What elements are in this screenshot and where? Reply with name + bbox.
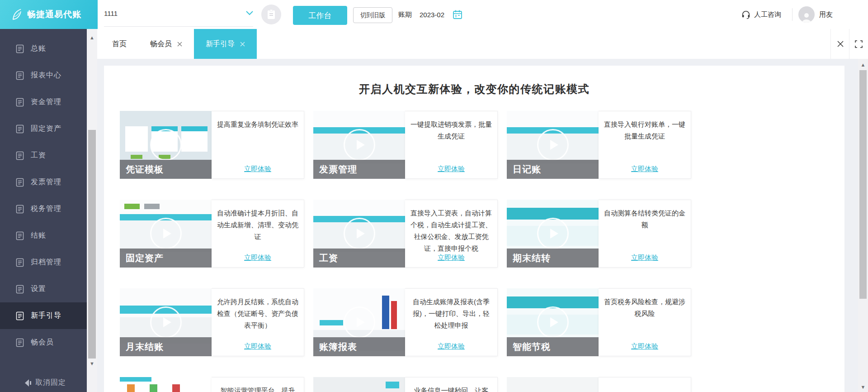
sidebar-item-label: 工资 [31,151,46,160]
play-triangle-icon [550,229,558,239]
scroll-down-arrow-icon[interactable]: ▼ [87,360,97,367]
feature-card: 智能节税 首页税务风险检查，规避涉税风险 立即体验 [507,288,691,356]
sidebar-item-invoice-management[interactable]: 发票管理 [0,169,87,196]
feature-card-body: 一键提取进销项发票，批量生成凭证 立即体验 [405,111,498,179]
play-button-icon[interactable] [537,218,569,249]
member-icon [15,338,24,347]
app-window: 畅捷通易代账 1111 工作台 切到旧版 账期 2023-02 [0,0,868,392]
feature-card-description: 智能运营管理平台，提升 [216,385,299,392]
main-scrollbar-thumb[interactable] [859,70,867,299]
close-pane-button[interactable] [830,29,849,59]
sidebar-item-label: 发票管理 [31,177,61,187]
brand-logo: 畅捷通易代账 [0,0,98,29]
avatar-icon [798,6,815,23]
sidebar-item-label: 归档管理 [31,258,61,267]
play-button-icon[interactable] [344,218,375,249]
fullscreen-button[interactable] [849,29,868,59]
play-button-icon[interactable] [344,306,375,338]
account-set-select[interactable]: 1111 [104,0,253,27]
video-thumbnail[interactable] [120,377,212,392]
sidebar-item-label: 畅会员 [31,338,54,347]
tab-label: 畅会员 [150,39,172,49]
unpin-sidebar-button[interactable]: 取消固定 [25,378,66,387]
play-button-icon[interactable] [150,306,182,338]
try-now-link[interactable]: 立即体验 [405,165,497,173]
play-triangle-icon [550,140,558,150]
feature-card-description: 提高重复业务填制凭证效率 [216,119,299,130]
play-button-icon[interactable] [537,306,569,338]
try-now-link[interactable]: 立即体验 [599,342,691,351]
sidebar-item-tax-management[interactable]: 税务管理 [0,196,87,222]
scroll-up-arrow-icon[interactable]: ▲ [87,34,97,41]
feature-card-body: 首页税务风险检查，规避涉税风险 立即体验 [599,288,691,356]
sidebar-item-funds-management[interactable]: 资金管理 [0,89,87,115]
scroll-down-arrow-icon[interactable]: ▼ [858,384,868,390]
try-now-link[interactable]: 立即体验 [212,342,304,351]
play-button-icon[interactable] [344,129,375,161]
archive-management-icon [15,258,24,267]
video-thumbnail[interactable] [313,377,405,392]
feature-card-title: 月末结账 [120,337,212,356]
sidebar-item-archive-management[interactable]: 归档管理 [0,249,87,276]
video-thumbnail[interactable]: 日记账 [507,111,599,179]
account-set-value: 1111 [104,10,118,17]
live-support-button[interactable]: 人工咨询 [741,0,781,29]
sidebar-item-report-center[interactable]: 报表中心 [0,62,87,89]
chevron-down-icon[interactable] [246,11,253,15]
try-now-link[interactable]: 立即体验 [599,253,691,262]
feature-card-title: 智能节税 [507,337,599,356]
sidebar-item-closing[interactable]: 结账 [0,222,87,249]
sidebar-item-beginner-guide[interactable]: 新手引导 [0,302,87,329]
tab-close-icon[interactable] [240,42,245,47]
sidebar-item-fixed-assets[interactable]: 固定资产 [0,115,87,142]
video-thumbnail[interactable]: 固定资产 [120,200,212,268]
video-thumbnail[interactable]: 发票管理 [313,111,405,179]
video-thumbnail[interactable]: 工资 [313,200,405,268]
video-thumbnail[interactable]: 凭证模板 [120,111,212,179]
tab-member[interactable]: 畅会员 [138,29,194,59]
video-thumbnail[interactable]: 账簿报表 [313,288,405,356]
sidebar-item-label: 总账 [31,44,46,53]
sidebar-item-settings[interactable]: 设置 [0,276,87,302]
sidebar-item-salary[interactable]: 工资 [0,142,87,169]
main-scrollbar[interactable]: ▲ ▼ [858,59,868,392]
workbench-button[interactable]: 工作台 [293,6,347,25]
play-button-icon[interactable] [150,218,182,249]
switch-old-version-button[interactable]: 切到旧版 [353,7,392,23]
play-button-icon[interactable] [150,129,182,161]
video-thumbnail[interactable] [507,377,599,392]
tab-beginner-guide[interactable]: 新手引导 [194,29,257,59]
feature-card-body: 允许跨月反结账，系统自动检查（凭证断号、资产负债表平衡） 立即体验 [212,288,304,356]
play-triangle-icon [163,140,171,150]
user-menu[interactable]: 用友 [798,0,833,29]
tab-close-icon[interactable] [177,42,182,47]
try-now-link[interactable]: 立即体验 [405,253,497,262]
video-thumbnail[interactable]: 期末结转 [507,200,599,268]
feature-card-title: 发票管理 [313,160,405,179]
play-button-icon[interactable] [537,129,569,161]
scroll-up-arrow-icon[interactable]: ▲ [858,62,868,68]
feature-card-title: 工资 [313,249,405,268]
page-title: 开启人机交互新体验，改变你的传统记账模式 [104,82,844,96]
sidebar-item-member[interactable]: 畅会员 [0,329,87,356]
video-thumbnail[interactable]: 智能节税 [507,288,599,356]
period-value[interactable]: 2023-02 [420,11,444,19]
feature-card-body: 业务信息一键秒回，让客 立即体验 [405,377,498,392]
sidebar-menu: 总账 报表中心 资金管理 固定资产 工资 发票管理 税务管理 [0,29,87,356]
try-now-link[interactable]: 立即体验 [212,253,304,262]
try-now-link[interactable]: 立即体验 [405,342,497,351]
try-now-link[interactable]: 立即体验 [599,165,691,173]
notebook-icon [266,9,276,20]
sidebar-scrollbar[interactable]: ▲ ▼ [87,29,97,392]
notebook-button[interactable] [261,5,281,24]
feature-card: 立即体验 [507,377,691,392]
sidebar-item-general-ledger[interactable]: 总账 [0,35,87,62]
salary-icon [15,151,24,160]
calendar-icon[interactable] [452,9,463,20]
try-now-link[interactable]: 立即体验 [212,165,304,173]
feature-card-body: 直接导入工资表，自动计算个税，自动生成计提工资、社保公积金、发放工资凭证，直接申… [405,200,498,268]
tab-home[interactable]: 首页 [100,29,138,59]
video-thumbnail[interactable]: 月末结账 [120,288,212,356]
sidebar-scrollbar-thumb[interactable] [88,130,96,359]
feature-card: 期末结转 自动测算各结转类凭证的金额 立即体验 [507,200,691,268]
